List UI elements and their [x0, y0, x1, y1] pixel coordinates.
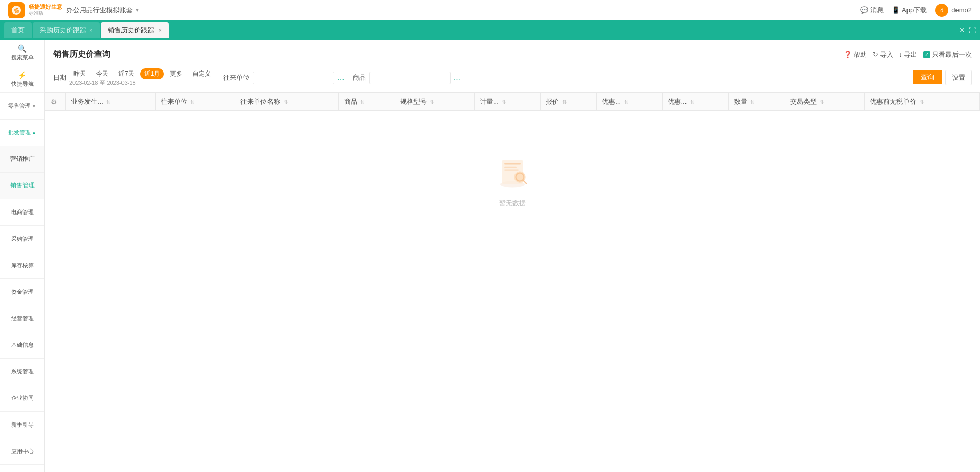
sidebar-item-new-guide[interactable]: 新手引导	[0, 412, 44, 438]
date-pill-yesterday[interactable]: 昨天	[69, 68, 90, 79]
table-header: ⚙ 业务发生... ⇅ 往来单位 ⇅ 往来单位名称	[45, 93, 980, 111]
sidebar-label-sales-mgmt: 销售管理	[10, 181, 35, 190]
th-settings: ⚙	[45, 93, 66, 111]
sidebar-item-ecommerce-mgmt[interactable]: 电商管理	[0, 199, 44, 226]
sidebar-item-wholesale-mgmt[interactable]: 批发管理 ▲	[0, 120, 44, 146]
top-bar-right: 💬 消息 📱 App下载 d demo2	[860, 4, 972, 17]
sales-history-tab-close[interactable]: ×	[158, 27, 161, 33]
sidebar-label-enterprise-collab: 企业协同	[11, 394, 34, 402]
partner-filter: 往来单位 ...	[223, 72, 344, 84]
partner-input[interactable]	[253, 72, 334, 84]
sidebar-label-search-menu: 搜索菜单	[11, 54, 34, 61]
sidebar-item-retail-mgmt[interactable]: 零售管理 ▼	[0, 93, 44, 120]
th-discount2[interactable]: 优惠... ⇅	[663, 93, 728, 111]
maximize-btn[interactable]: ⛶	[969, 26, 976, 34]
filter-actions: 查询 设置	[913, 70, 972, 85]
sidebar-item-sales-mgmt[interactable]: 销售管理	[0, 173, 44, 199]
date-pill-last7[interactable]: 近7天	[114, 68, 138, 79]
th-product[interactable]: 商品 ⇅	[338, 93, 395, 111]
sidebar-item-search-menu[interactable]: 🔍 搜索菜单	[0, 40, 44, 66]
sidebar-item-inventory[interactable]: 库存核算	[0, 252, 44, 279]
product-dots-btn[interactable]: ...	[454, 73, 460, 82]
th-partner-name[interactable]: 往来单位名称 ⇅	[235, 93, 339, 111]
import-icon: ↻	[873, 51, 878, 58]
sort-icon-product: ⇅	[360, 99, 364, 105]
table-header-row: ⚙ 业务发生... ⇅ 往来单位 ⇅ 往来单位名称	[45, 93, 980, 111]
svg-rect-6	[504, 169, 519, 170]
purchase-history-tab-close[interactable]: ×	[89, 27, 92, 33]
sidebar-label-wholesale-mgmt: 批发管理	[8, 129, 31, 136]
export-btn[interactable]: ↓ 导出	[899, 50, 918, 59]
checkbox-icon: ✓	[923, 51, 930, 58]
sort-icon-unit: ⇅	[502, 99, 506, 105]
sidebar-item-purchase-mgmt[interactable]: 采购管理	[0, 226, 44, 252]
sort-icon-quantity: ⇅	[750, 99, 754, 105]
th-pretax-price[interactable]: 优惠前无税单价 ⇅	[865, 93, 980, 111]
tab-purchase-history[interactable]: 采购历史价跟踪 ×	[33, 22, 100, 38]
chevron-up-icon: ▲	[32, 130, 37, 135]
product-filter-label: 商品	[353, 73, 366, 82]
sidebar-item-app-center[interactable]: 应用中心	[0, 438, 44, 465]
logo-text: 畅捷通好生意	[29, 4, 62, 10]
import-btn[interactable]: ↻ 导入	[873, 50, 893, 59]
app-selector[interactable]: 办公用品行业模拟账套 ▼	[66, 6, 140, 15]
setting-button[interactable]: 设置	[945, 70, 972, 85]
help-icon: ❓	[844, 51, 852, 58]
sidebar-label-ecommerce-mgmt: 电商管理	[11, 208, 34, 216]
tab-sales-history[interactable]: 销售历史价跟踪 ×	[101, 22, 168, 38]
only-last-toggle[interactable]: ✓ 只看最后一次	[923, 50, 972, 59]
partner-dots-btn[interactable]: ...	[337, 73, 344, 82]
sidebar-item-system-mgmt[interactable]: 系统管理	[0, 359, 44, 385]
sidebar-label-purchase-mgmt: 采购管理	[11, 235, 34, 243]
empty-text: 暂无数据	[499, 199, 526, 208]
sidebar-item-basic-info[interactable]: 基础信息	[0, 332, 44, 359]
th-biz-date[interactable]: 业务发生... ⇅	[66, 93, 156, 111]
close-window-btn[interactable]: ×	[959, 25, 965, 36]
gear-icon[interactable]: ⚙	[51, 98, 57, 106]
date-pill-more[interactable]: 更多	[166, 68, 186, 79]
page-header: 销售历史价查询 ❓ 帮助 ↻ 导入 ↓ 导出 ✓	[45, 40, 980, 63]
help-btn[interactable]: ❓ 帮助	[844, 50, 867, 59]
sidebar-label-finance-mgmt: 资金管理	[11, 288, 34, 296]
sidebar-item-finance-mgmt[interactable]: 资金管理	[0, 279, 44, 305]
user-menu[interactable]: d demo2	[935, 4, 972, 17]
purchase-history-tab-label: 采购历史价跟踪	[40, 26, 86, 35]
sidebar: 🔍 搜索菜单 ⚡ 快捷导航 零售管理 ▼ 批发管理 ▲ 营销推广 销售管理 电商…	[0, 40, 45, 472]
sidebar-label-system-mgmt: 系统管理	[11, 368, 34, 375]
date-pills: 昨天 今天 近7天 近1月 更多 自定义	[69, 68, 215, 79]
svg-rect-4	[504, 163, 521, 164]
chevron-down-icon: ▼	[135, 7, 140, 13]
th-trade-type[interactable]: 交易类型 ⇅	[785, 93, 864, 111]
date-pill-today[interactable]: 今天	[92, 68, 112, 79]
sidebar-item-marketing[interactable]: 营销推广	[0, 146, 44, 173]
sidebar-item-enterprise-collab[interactable]: 企业协同	[0, 385, 44, 412]
page-container: 销售历史价查询 ❓ 帮助 ↻ 导入 ↓ 导出 ✓	[45, 40, 980, 472]
content-area: 销售历史价查询 ❓ 帮助 ↻ 导入 ↓ 导出 ✓	[45, 40, 980, 472]
sidebar-item-ops-mgmt[interactable]: 经营管理	[0, 305, 44, 332]
tabs-bar: 首页 采购历史价跟踪 × 销售历史价跟踪 × × ⛶	[0, 20, 980, 40]
message-btn[interactable]: 💬 消息	[860, 6, 884, 15]
sidebar-item-quick-nav[interactable]: ⚡ 快捷导航	[0, 66, 44, 93]
product-input[interactable]	[369, 72, 451, 84]
th-quantity[interactable]: 数量 ⇅	[728, 93, 785, 111]
th-price[interactable]: 报价 ⇅	[541, 93, 597, 111]
th-spec[interactable]: 规格型号 ⇅	[395, 93, 474, 111]
th-discount1[interactable]: 优惠... ⇅	[597, 93, 663, 111]
sidebar-item-enterprise-wechat[interactable]: 企业微信	[0, 465, 44, 472]
quick-nav-icon: ⚡	[18, 71, 27, 79]
avatar: d	[935, 4, 948, 17]
sidebar-label-inventory: 库存核算	[11, 262, 34, 269]
app-download-btn[interactable]: 📱 App下载	[892, 6, 927, 15]
date-pill-last1m[interactable]: 近1月	[140, 68, 164, 79]
date-pill-custom[interactable]: 自定义	[188, 68, 215, 79]
export-icon: ↓	[899, 51, 903, 58]
data-table: ⚙ 业务发生... ⇅ 往来单位 ⇅ 往来单位名称	[45, 92, 980, 111]
query-button[interactable]: 查询	[913, 70, 942, 84]
tab-home[interactable]: 首页	[4, 22, 32, 38]
th-unit[interactable]: 计量... ⇅	[474, 93, 540, 111]
empty-icon	[492, 152, 533, 193]
tabs-bar-right: × ⛶	[959, 25, 976, 36]
th-partner-code[interactable]: 往来单位 ⇅	[155, 93, 235, 111]
sidebar-label-new-guide: 新手引导	[11, 421, 34, 429]
sidebar-label-ops-mgmt: 经营管理	[11, 315, 34, 322]
